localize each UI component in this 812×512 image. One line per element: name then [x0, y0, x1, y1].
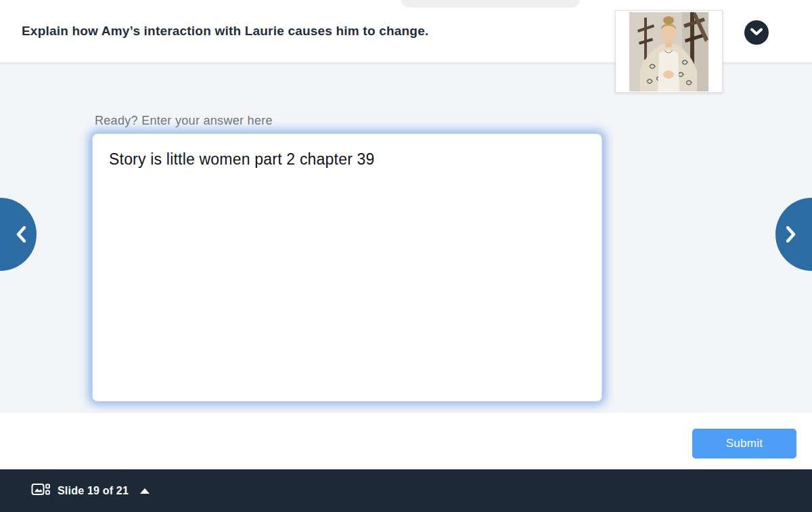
- slide-counter-label: Slide 19 of 21: [58, 485, 129, 497]
- collapse-header-button[interactable]: [744, 20, 769, 45]
- answer-text: Story is little women part 2 chapter 39: [109, 149, 585, 170]
- question-text: Explain how Amy’s interaction with Lauri…: [22, 24, 428, 39]
- media-thumbnail[interactable]: [615, 10, 723, 93]
- portrait-photo: [629, 12, 708, 91]
- triangle-up-icon: [140, 488, 150, 494]
- lesson-window: Ready? Enter your answer here Story is l…: [0, 0, 812, 512]
- slides-icon: [31, 482, 50, 499]
- answer-input[interactable]: Story is little women part 2 chapter 39: [92, 133, 602, 402]
- answer-prompt-label: Ready? Enter your answer here: [95, 114, 273, 128]
- submit-button[interactable]: Submit: [692, 429, 796, 458]
- bottom-toolbar: Slide 19 of 21: [0, 469, 812, 512]
- slide-counter-control[interactable]: Slide 19 of 21: [31, 469, 150, 512]
- chevron-down-icon: [750, 28, 763, 38]
- submit-bar: Submit: [0, 413, 812, 469]
- top-handle: [401, 0, 580, 7]
